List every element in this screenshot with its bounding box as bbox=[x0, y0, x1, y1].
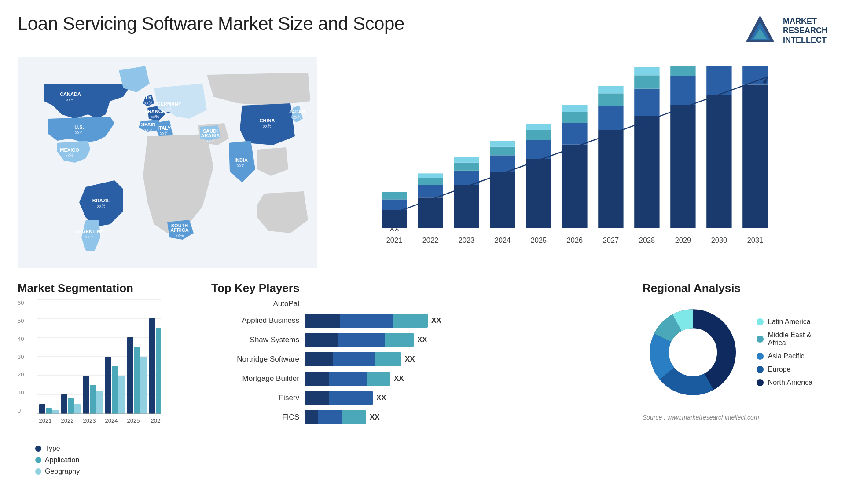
legend-europe: Europe bbox=[757, 365, 827, 373]
svg-rect-11 bbox=[418, 185, 443, 198]
regional-title: Regional Analysis bbox=[643, 281, 827, 295]
player-fiserv-bar: XX bbox=[305, 391, 386, 405]
svg-text:2031: 2031 bbox=[747, 236, 763, 244]
header: Loan Servicing Software Market Size and … bbox=[0, 0, 845, 53]
svg-rect-43 bbox=[598, 86, 623, 93]
germany-value: xx% bbox=[165, 107, 173, 112]
bar-seg-dark bbox=[305, 333, 338, 347]
y-label-30: 30 bbox=[18, 354, 24, 360]
bar-seg-teal bbox=[342, 410, 366, 424]
svg-text:2029: 2029 bbox=[675, 236, 691, 244]
svg-rect-19 bbox=[454, 157, 479, 162]
svg-rect-40 bbox=[598, 130, 623, 228]
player-nortridge-name: Nortridge Software bbox=[211, 355, 299, 364]
player-shaw-value: XX bbox=[417, 336, 427, 344]
bar-seg-teal bbox=[385, 333, 414, 347]
svg-point-108 bbox=[671, 330, 715, 374]
svg-text:2024: 2024 bbox=[105, 417, 118, 424]
player-applied-value: XX bbox=[431, 316, 441, 325]
legend-type: Type bbox=[35, 445, 185, 453]
legend-latin-america-label: Latin America bbox=[768, 318, 811, 326]
svg-rect-85 bbox=[90, 385, 96, 414]
logo-line2: RESEARCH bbox=[783, 26, 827, 36]
italy-label: ITALY bbox=[158, 125, 171, 131]
uk-label: U.K. bbox=[143, 95, 153, 100]
legend-geography-label: Geography bbox=[45, 467, 80, 475]
svg-text:2024: 2024 bbox=[495, 236, 511, 244]
france-value: xx% bbox=[151, 114, 159, 119]
bar-seg-mid bbox=[340, 314, 393, 328]
bar-seg-dark bbox=[305, 410, 318, 424]
svg-text:2030: 2030 bbox=[711, 236, 727, 244]
svg-rect-87 bbox=[105, 357, 111, 414]
svg-text:2025: 2025 bbox=[531, 236, 547, 244]
svg-text:2022: 2022 bbox=[61, 417, 74, 424]
player-fics-name: FICS bbox=[211, 413, 299, 422]
player-fiserv-value: XX bbox=[376, 394, 386, 402]
player-fiserv-stack bbox=[305, 391, 373, 405]
svg-rect-94 bbox=[156, 328, 161, 414]
player-mortgage: Mortgage Builder XX bbox=[211, 372, 634, 386]
legend-asia-pacific-dot bbox=[757, 353, 764, 360]
bar-2025: XX 2025 bbox=[526, 124, 551, 244]
player-autopal: AutoPal bbox=[211, 299, 634, 308]
player-mortgage-name: Mortgage Builder bbox=[211, 374, 299, 383]
player-applied-bar: XX bbox=[305, 314, 441, 328]
argentina-label: ARGENTINA bbox=[75, 229, 103, 234]
bar-seg-dark bbox=[305, 391, 329, 405]
segmentation-legend: Type Application Geography bbox=[18, 445, 185, 475]
svg-rect-34 bbox=[562, 145, 587, 228]
svg-rect-88 bbox=[112, 366, 118, 414]
logo-line3: INTELLECT bbox=[783, 36, 827, 45]
svg-rect-36 bbox=[562, 112, 587, 123]
segmentation-chart-svg: 2021 2022 2023 2024 2025 2026 bbox=[37, 299, 161, 436]
player-fics-stack bbox=[305, 410, 366, 424]
svg-text:2026: 2026 bbox=[567, 236, 583, 244]
svg-rect-29 bbox=[526, 140, 551, 159]
south-africa-label2: AFRICA bbox=[170, 227, 189, 233]
svg-rect-35 bbox=[562, 123, 587, 145]
svg-text:2026: 2026 bbox=[151, 417, 161, 424]
regional-analysis: Regional Analysis bbox=[643, 281, 827, 471]
donut-chart-svg bbox=[643, 299, 743, 405]
bar-seg-teal bbox=[367, 372, 390, 386]
legend-application-label: Application bbox=[45, 456, 79, 464]
player-fics: FICS XX bbox=[211, 410, 634, 424]
legend-asia-pacific-label: Asia Pacific bbox=[768, 352, 805, 360]
bar-seg-dark bbox=[305, 314, 340, 328]
svg-rect-46 bbox=[634, 116, 659, 228]
svg-rect-7 bbox=[382, 192, 407, 199]
bar-seg-dark bbox=[305, 352, 333, 366]
svg-rect-37 bbox=[562, 105, 587, 112]
player-shaw: Shaw Systems XX bbox=[211, 333, 634, 347]
legend-north-america: North America bbox=[757, 379, 827, 387]
canada-label: CANADA bbox=[60, 91, 81, 97]
y-label-60: 60 bbox=[18, 299, 24, 306]
bar-seg-mid bbox=[338, 333, 385, 347]
france-label: FRANCE bbox=[145, 109, 165, 114]
logo: MARKET RESEARCH INTELLECT bbox=[742, 13, 827, 48]
svg-rect-24 bbox=[490, 147, 515, 156]
svg-rect-86 bbox=[96, 391, 103, 414]
legend-europe-label: Europe bbox=[768, 365, 791, 373]
player-mortgage-bar: XX bbox=[305, 372, 404, 386]
svg-text:2022: 2022 bbox=[422, 236, 438, 244]
svg-rect-93 bbox=[149, 318, 155, 414]
svg-rect-89 bbox=[118, 376, 125, 414]
player-autopal-name: AutoPal bbox=[211, 299, 299, 308]
logo-icon bbox=[742, 13, 778, 48]
bar-seg-mid bbox=[329, 372, 367, 386]
bar-seg-mid bbox=[329, 391, 373, 405]
svg-rect-83 bbox=[74, 404, 81, 414]
svg-rect-54 bbox=[670, 66, 695, 76]
svg-rect-28 bbox=[526, 159, 551, 228]
svg-rect-52 bbox=[670, 105, 695, 228]
legend-north-america-dot bbox=[757, 379, 764, 386]
player-fiserv: Fiserv XX bbox=[211, 391, 634, 405]
player-mortgage-stack bbox=[305, 372, 390, 386]
japan-value: xx% bbox=[293, 115, 301, 120]
mexico-value: xx% bbox=[66, 153, 74, 158]
svg-rect-64 bbox=[742, 85, 768, 228]
bar-2027: XX 2027 bbox=[598, 86, 623, 244]
players-list: AutoPal Applied Business XX Shaw bbox=[211, 299, 634, 424]
